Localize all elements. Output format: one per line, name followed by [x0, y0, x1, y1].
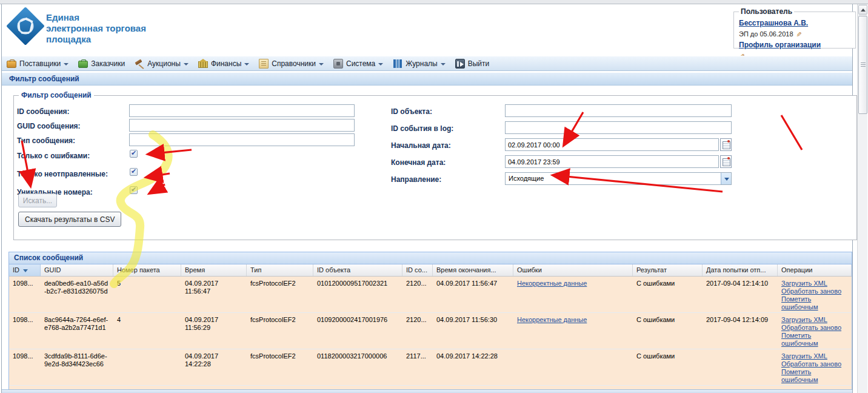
menu-item-system[interactable]: Система: [333, 59, 383, 69]
grid-column-header-time[interactable]: Время: [181, 264, 247, 276]
scroll-up-arrow-icon[interactable]: [858, 5, 867, 15]
book-icon: [259, 59, 269, 69]
message-type-input[interactable]: [129, 133, 355, 146]
menu-item-bank[interactable]: Финансы: [198, 59, 249, 68]
error-details-link[interactable]: Некорректные данные: [517, 316, 587, 323]
grid-cell-operations: Загрузить XMLОбработать зановоПометить о…: [778, 313, 852, 349]
grid-cell-id: 1098...: [9, 277, 41, 312]
menu-item-gavel[interactable]: Аукционы: [135, 59, 189, 69]
menu-item-journals[interactable]: Журналы: [393, 59, 445, 69]
download-csv-button[interactable]: Скачать результаты в CSV: [18, 212, 121, 227]
direction-selected-value: Исходящие: [509, 175, 544, 182]
user-name-link[interactable]: Бесстрашнова А.В.: [739, 19, 808, 27]
grid-column-header-errors[interactable]: Ошибки: [513, 264, 633, 276]
grid-column-header-id[interactable]: ID: [9, 264, 41, 276]
grid-cell-operations: Загрузить XMLОбработать зановоПометить о…: [778, 277, 852, 312]
org-profile-link[interactable]: Профиль организации: [739, 41, 821, 49]
grid-cell-packet: 4: [113, 313, 181, 349]
grid-cell-end_time: 04.09.2017 14:22:28: [433, 349, 513, 385]
label-direction: Направление:: [391, 175, 441, 184]
only-unsent-checkbox[interactable]: [130, 168, 138, 176]
grid-cell-id_so: 2120...: [402, 277, 433, 312]
label-message-id: ID сообщения:: [17, 107, 70, 116]
logo-diamond-icon: [6, 7, 45, 45]
end-date-input[interactable]: [505, 155, 719, 168]
page-title: Фильтр сообщений: [2, 72, 852, 86]
log-event-id-input[interactable]: [505, 121, 732, 134]
grid-column-header-result[interactable]: Результат: [633, 264, 703, 276]
operation-link[interactable]: Пометить ошибочным: [781, 368, 848, 384]
grid-cell-errors: Некорректные данные: [513, 313, 633, 349]
grid-cell-time: 04.09.201711:56:47: [181, 277, 247, 312]
label-message-guid: GUID сообщения:: [17, 122, 81, 130]
briefcase-green-icon: [78, 61, 88, 68]
grid-cell-guid: 3cdfda9b-8111-6d6e-9e2d-8d34f423ec66: [41, 349, 113, 385]
table-row[interactable]: 1098...8ac9644a-7264-e6ef-e768-a2b2a7747…: [9, 313, 852, 349]
grid-column-header-operations[interactable]: Операции: [778, 264, 852, 276]
grid-column-header-guid[interactable]: GUID: [41, 264, 113, 276]
bottom-toolbar-edge: [2, 389, 852, 393]
operation-link[interactable]: Загрузить XML: [781, 316, 848, 324]
grid-cell-errors: [513, 349, 633, 385]
grid-cell-attempt_date: 2017-09-04 12:14:09: [703, 313, 778, 349]
grid-column-header-packet[interactable]: Номер пакета: [113, 264, 181, 276]
operation-link[interactable]: Обработать заново: [781, 287, 848, 295]
operation-link[interactable]: Обработать заново: [781, 360, 848, 368]
search-button[interactable]: Искать...: [18, 193, 57, 207]
menu-dropdown-arrow-icon: [184, 63, 189, 66]
application-window: Единая электронная торговая площадка Пол…: [0, 0, 868, 393]
menu-item-label: Справочники: [272, 59, 316, 68]
vertical-scrollbar[interactable]: [857, 4, 867, 393]
etp-logo[interactable]: [6, 7, 45, 48]
exit-icon: [455, 59, 465, 69]
edit-pencil-icon[interactable]: ✎: [795, 32, 803, 37]
menu-item-book[interactable]: Справочники: [259, 59, 324, 69]
operation-link[interactable]: Загрузить XML: [781, 280, 848, 287]
grid-cell-id_so: 2117...: [402, 349, 433, 385]
cert-expiry-label: ЭП до 05.06.2018: [739, 30, 793, 38]
operation-link[interactable]: Пометить ошибочным: [781, 332, 848, 348]
start-date-calendar-icon[interactable]: [720, 138, 732, 151]
menu-item-exit[interactable]: Выйти: [455, 59, 490, 69]
grid-column-header-object_id[interactable]: ID объекта: [313, 264, 402, 276]
grid-cell-time: 04.09.201714:22:28: [181, 349, 247, 385]
unique-numbers-checkbox[interactable]: [130, 186, 138, 194]
user-panel: Пользователь Бесстрашнова А.В. ЭП до 05.…: [733, 7, 856, 49]
message-id-input[interactable]: [129, 104, 355, 117]
label-start-date: Начальная дата:: [391, 141, 451, 150]
grid-cell-packet: 5: [113, 277, 181, 312]
object-id-input[interactable]: [505, 104, 732, 117]
operation-link[interactable]: Пометить ошибочным: [781, 295, 848, 311]
grid-column-header-attempt_date[interactable]: Дата попытки отп...: [703, 264, 778, 276]
menu-item-briefcase[interactable]: Поставщики: [7, 59, 68, 68]
message-guid-input[interactable]: [129, 119, 355, 132]
end-date-calendar-icon[interactable]: [720, 155, 732, 168]
start-date-input[interactable]: [505, 138, 719, 151]
only-errors-checkbox[interactable]: [130, 150, 138, 158]
table-row[interactable]: 1098...dea0bed6-ea10-a56d-b2c7-e831d3260…: [9, 277, 852, 313]
operation-link[interactable]: Обработать заново: [781, 324, 848, 332]
menu-item-briefcase-green[interactable]: Заказчики: [78, 59, 125, 68]
grid-cell-type: fcsProtocolEF2: [247, 313, 313, 349]
direction-select[interactable]: Исходящие: [505, 172, 732, 185]
error-details-link[interactable]: Некорректные данные: [517, 280, 587, 287]
grid-column-header-end_time[interactable]: Время окончания...: [433, 264, 513, 276]
operation-link[interactable]: Загрузить XML: [781, 352, 848, 360]
chevron-down-icon[interactable]: [721, 173, 731, 184]
grid-cell-type: fcsProtocolEF2: [247, 349, 313, 385]
grid-cell-guid: 8ac9644a-7264-e6ef-e768-a2b2a77471d1: [41, 313, 113, 349]
grid-cell-id_so: 2120...: [402, 313, 433, 349]
grid-cell-result: С ошибками: [633, 313, 703, 349]
grid-cell-end_time: 04.09.2017 11:56:30: [433, 313, 513, 349]
grid-cell-time: 04.09.201711:56:29: [181, 313, 247, 349]
grid-cell-type: fcsProtocolEF2: [247, 277, 313, 312]
table-row[interactable]: 1098...3cdfda9b-8111-6d6e-9e2d-8d34f423e…: [9, 349, 852, 386]
user-panel-legend: Пользователь: [739, 7, 794, 16]
scrollbar-thumb[interactable]: [858, 16, 867, 114]
grid-column-header-type[interactable]: Тип: [247, 264, 313, 276]
grid-body: 1098...dea0bed6-ea10-a56d-b2c7-e831d3260…: [9, 277, 852, 393]
grid-header-row: IDGUIDНомер пакетаВремяТипID объектаID с…: [9, 264, 852, 277]
briefcase-icon: [7, 61, 16, 68]
grid-column-header-id_so[interactable]: ID со...: [402, 264, 433, 276]
messages-grid-panel: Список сообщений IDGUIDНомер пакетаВремя…: [8, 252, 852, 393]
